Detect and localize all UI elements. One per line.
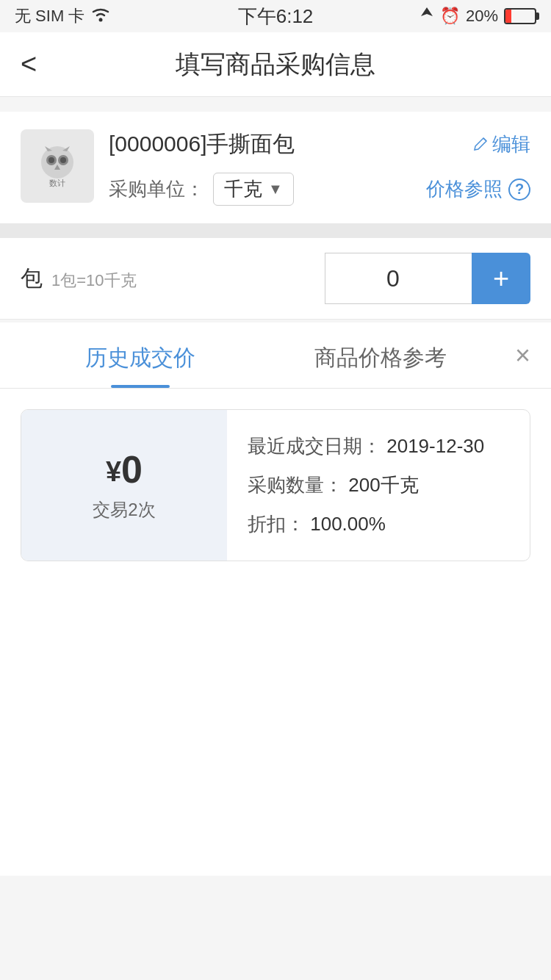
location-icon [419,6,434,26]
unit-label: 采购单位： [109,176,204,202]
status-right: ⏰ 20% [419,6,536,26]
wifi-icon [90,6,111,26]
dropdown-arrow-icon: ▼ [268,181,283,198]
transaction-date-row: 最近成交日期： 2019-12-30 [248,432,509,461]
transaction-details: 最近成交日期： 2019-12-30 采购数量： 200千克 折扣： 100.0… [227,410,530,561]
tab-history-label: 历史成交价 [85,345,195,370]
product-thumbnail-icon: 数计 [32,140,83,192]
discount-label: 折扣： [248,513,305,535]
discount-value: 100.00% [310,513,386,535]
status-left: 无 SIM 卡 [15,5,111,27]
back-button[interactable]: < [21,48,37,80]
help-icon: ? [508,179,530,201]
price-value: 0 [121,448,143,491]
product-card: 数计 [0000006]手撕面包 编辑 采购单位： 千克 ▼ [0,112,551,223]
transaction-card: ¥0 交易2次 最近成交日期： 2019-12-30 采购数量： 200千克 折… [21,409,530,561]
panel-close-button[interactable]: × [500,325,530,386]
transaction-summary: ¥0 交易2次 [21,410,227,561]
quantity-input[interactable] [325,253,472,304]
transaction-qty-row: 采购数量： 200千克 [248,471,509,500]
svg-point-1 [41,146,73,179]
svg-text:数计: 数计 [49,179,65,187]
alarm-icon: ⏰ [440,7,460,26]
tab-product-price-ref[interactable]: 商品价格参考 [260,323,500,388]
quantity-unit-label: 包 [21,264,43,294]
product-header-row: [0000006]手撕面包 编辑 [109,129,530,159]
carrier-text: 无 SIM 卡 [15,5,84,27]
tab-active-indicator [111,385,170,388]
edit-label: 编辑 [492,131,530,157]
page-header: < 填写商品采购信息 [0,32,551,97]
panel-content: ¥0 交易2次 最近成交日期： 2019-12-30 采购数量： 200千克 折… [0,389,551,582]
product-image: 数计 [21,129,94,203]
svg-point-0 [99,18,103,22]
transaction-count: 交易2次 [93,498,155,522]
page-title: 填写商品采购信息 [176,48,375,82]
svg-point-5 [60,157,66,163]
unit-dropdown[interactable]: 千克 ▼ [213,173,294,206]
section-divider [0,223,551,238]
svg-point-4 [48,157,54,163]
quantity-label-group: 包 1包=10千克 [21,264,137,294]
transaction-price: ¥0 [106,449,143,491]
page-rest [0,582,551,876]
unit-value: 千克 [224,176,262,202]
date-value: 2019-12-30 [386,435,484,457]
tabs-row: 历史成交价 商品价格参考 × [0,323,551,389]
tab-history-price[interactable]: 历史成交价 [21,323,260,388]
date-label: 最近成交日期： [248,435,381,457]
edit-icon [473,134,489,155]
purchase-unit-row: 采购单位： 千克 ▼ 价格参照 ? [109,173,530,206]
edit-button[interactable]: 编辑 [473,131,530,157]
quantity-sub-label: 1包=10千克 [51,270,137,292]
price-ref-button[interactable]: 价格参照 ? [426,176,530,202]
qty-value: 200千克 [348,474,418,496]
status-time: 下午6:12 [238,4,314,29]
product-info: [0000006]手撕面包 编辑 采购单位： 千克 ▼ [109,129,530,206]
transaction-discount-row: 折扣： 100.00% [248,510,509,538]
battery-icon [504,8,536,24]
battery-percent: 20% [466,7,498,26]
quantity-row: 包 1包=10千克 + [0,238,551,320]
product-name: [0000006]手撕面包 [109,129,295,159]
currency-symbol: ¥ [106,456,121,487]
qty-label: 采购数量： [248,474,343,496]
tab-price-ref-label: 商品价格参考 [314,345,447,370]
quantity-plus-button[interactable]: + [472,253,530,304]
quantity-input-group: + [325,253,530,304]
status-bar: 无 SIM 卡 下午6:12 ⏰ 20% [0,0,551,32]
price-ref-label: 价格参照 [426,176,503,202]
bottom-panel: 历史成交价 商品价格参考 × ¥0 交易2次 最近成交日期： 2019-12-3… [0,323,551,582]
